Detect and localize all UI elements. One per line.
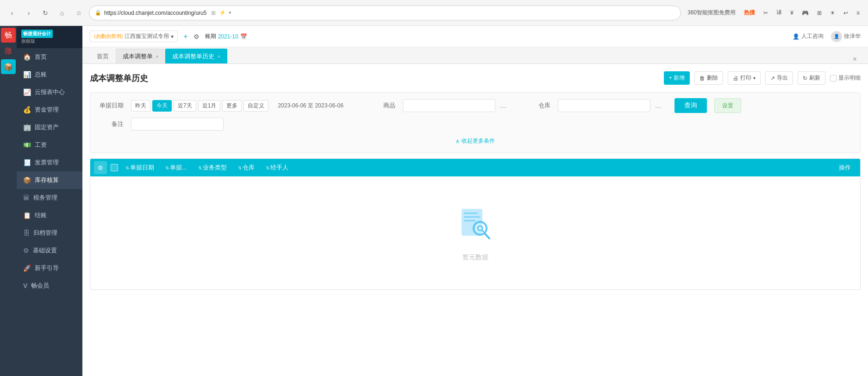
manage-icon[interactable]: ⚙ <box>194 33 200 40</box>
warehouse-dots[interactable]: ... <box>653 101 663 110</box>
sidebar-item-invoices[interactable]: 🧾 发票管理 <box>17 154 82 171</box>
col-header-handler[interactable]: ⇅ 经手人 <box>262 163 292 172</box>
game-icon[interactable]: 🎮 <box>799 9 812 17</box>
query-button[interactable]: 查询 <box>674 98 707 113</box>
export-icon: ↗ <box>770 75 775 81</box>
period-label: 账期 <box>205 32 216 40</box>
sidebar-item-member[interactable]: V 畅会员 <box>17 277 82 295</box>
refresh-label: 刷新 <box>809 74 820 82</box>
user-info[interactable]: 👤 徐泽华 <box>831 31 861 42</box>
table-select-all[interactable] <box>111 164 118 171</box>
date-btn-last1m[interactable]: 近1月 <box>198 100 221 112</box>
sidebar-item-fixed-assets[interactable]: 🏢 固定资产 <box>17 119 82 136</box>
service-btn[interactable]: 👤 人工咨询 <box>793 32 824 40</box>
company-selector[interactable]: (勿删勿禁用) 江西服宝测试专用 ▾ <box>90 31 178 42</box>
wallet-icon[interactable]: ¥ <box>787 9 796 17</box>
sidebar-item-inventory[interactable]: 📦 库存核算 <box>17 171 82 189</box>
sidebar-header[interactable]: 畅捷通好会计 旗舰版 <box>17 26 82 48</box>
sidebar-item-tax[interactable]: 🏛 税务管理 <box>17 189 82 207</box>
search-tool[interactable]: 360智能抠图免费用 <box>685 8 738 18</box>
date-btn-last7[interactable]: 近7天 <box>174 100 196 112</box>
app-wrapper: 畅 微 📦 畅捷通好会计 旗舰版 🏠 首页 📊 总账 📈 云报表中心 💰 资金管… <box>0 26 868 376</box>
date-btn-yesterday[interactable]: 昨天 <box>131 100 150 112</box>
grid-icon[interactable]: ⊞ <box>814 9 824 17</box>
sidebar-item-reports[interactable]: 📈 云报表中心 <box>17 83 82 101</box>
company-expand-icon: ▾ <box>171 33 174 40</box>
delete-label: 删除 <box>707 74 718 82</box>
sidebar-item-archive[interactable]: 🗄 归档管理 <box>17 224 82 242</box>
tab-home[interactable]: 首页 <box>90 49 116 63</box>
col-header-number[interactable]: ⇅ 单据... <box>162 163 191 172</box>
more-icon[interactable]: ≡ <box>854 9 862 17</box>
date-btn-custom[interactable]: 自定义 <box>244 100 269 112</box>
user-name: 徐泽华 <box>844 32 861 40</box>
export-button[interactable]: ↗ 导出 <box>765 71 793 85</box>
tab-cost-adj-history[interactable]: 成本调整单历史 × <box>165 49 227 63</box>
icon-sidebar: 畅 微 📦 <box>0 26 17 376</box>
col-warehouse-label: 仓库 <box>243 163 255 172</box>
goods-dots[interactable]: ... <box>498 101 508 110</box>
bookmark-button[interactable]: ☆ <box>72 6 85 19</box>
sidebar-item-salary[interactable]: 💵 工资 <box>17 136 82 154</box>
tab-cost-adj-history-close[interactable]: × <box>217 54 220 59</box>
guide-nav-label: 新手引导 <box>35 264 59 272</box>
tab-cost-adj[interactable]: 成本调整单 × <box>116 49 165 63</box>
sidebar-item-guide[interactable]: 🚀 新手引导 <box>17 259 82 277</box>
goods-filter-label: 商品 <box>369 101 395 110</box>
fixed-assets-nav-label: 固定资产 <box>35 123 59 132</box>
sidebar-item-closing[interactable]: 📋 结账 <box>17 207 82 224</box>
col-sort-icon5: ⇅ <box>266 165 269 170</box>
display-toggle[interactable]: 显示明细 <box>830 74 861 82</box>
table-settings-btn[interactable]: ⚙ <box>94 161 107 174</box>
tab-home-label: 首页 <box>97 52 109 61</box>
date-btn-today[interactable]: 今天 <box>152 100 172 112</box>
lightning-icon: ⚡ <box>219 10 226 16</box>
calendar-icon[interactable]: 📅 <box>240 33 247 40</box>
refresh-button[interactable]: ↻ 刷新 <box>798 71 825 85</box>
goods-select-box[interactable] <box>403 99 495 112</box>
warehouse-select-box[interactable] <box>558 99 650 112</box>
col-header-type[interactable]: ⇅ 业务类型 <box>194 163 231 172</box>
translate-icon[interactable]: 译 <box>774 8 785 18</box>
date-btn-more[interactable]: 更多 <box>222 100 242 112</box>
avatar-icon: 👤 <box>834 34 839 39</box>
company-warning: (勿删勿禁用) <box>94 33 123 40</box>
collapse-button[interactable]: ∧ 收起更多条件 <box>452 135 499 147</box>
remark-input[interactable] <box>131 118 224 131</box>
col-type-label: 业务类型 <box>203 163 227 172</box>
page-title: 成本调整单历史 <box>90 73 148 84</box>
sidebar-item-funds[interactable]: 💰 资金管理 <box>17 101 82 119</box>
empty-illustration <box>455 204 496 246</box>
col-header-date[interactable]: ⇅ 单据日期 <box>122 163 158 172</box>
sidebar-item-settings[interactable]: ⚙ 基础设置 <box>17 242 82 259</box>
settings-nav-label: 基础设置 <box>33 246 57 255</box>
col-header-warehouse[interactable]: ⇅ 仓库 <box>234 163 258 172</box>
new-button[interactable]: + 新增 <box>664 71 690 85</box>
hot-search-label[interactable]: 热搜 <box>741 8 758 18</box>
sidebar-item-ledger[interactable]: 📊 总账 <box>17 66 82 83</box>
icon-sidebar-active[interactable]: 📦 <box>1 59 16 74</box>
collapse-label: 收起更多条件 <box>462 137 495 145</box>
refresh-button[interactable]: ↻ <box>39 6 52 19</box>
filter-row-remark: 备注 <box>98 118 853 131</box>
scissors-icon[interactable]: ✂ <box>761 9 771 17</box>
sidebar-item-home[interactable]: 🏠 首页 <box>17 48 82 66</box>
close-all-tabs-btn[interactable]: × <box>849 55 861 63</box>
add-company-btn[interactable]: + <box>183 32 187 41</box>
delete-button[interactable]: 🗑 删除 <box>694 71 723 85</box>
closing-nav-label: 结账 <box>35 211 47 219</box>
address-bar[interactable]: 🔒 https://cloud.chanjet.com/accounting/u… <box>89 6 681 20</box>
invoices-nav-label: 发票管理 <box>35 158 59 167</box>
forward-button[interactable]: › <box>22 6 35 19</box>
print-button[interactable]: 🖨 打印 ▾ <box>728 71 761 85</box>
funds-nav-icon: 💰 <box>23 106 31 113</box>
filter-settings-button[interactable]: 设置 <box>714 98 741 113</box>
back-button[interactable]: ‹ <box>6 6 19 19</box>
icon-sidebar-brand[interactable]: 畅 <box>1 28 16 43</box>
home-button[interactable]: ⌂ <box>56 6 69 19</box>
tab-cost-adj-close[interactable]: × <box>156 54 158 59</box>
undo-icon[interactable]: ↩ <box>841 9 851 17</box>
icon-sidebar-weibo[interactable]: 微 <box>1 44 16 58</box>
eye-icon[interactable]: ☀ <box>827 9 838 17</box>
display-toggle-checkbox[interactable] <box>830 75 837 81</box>
